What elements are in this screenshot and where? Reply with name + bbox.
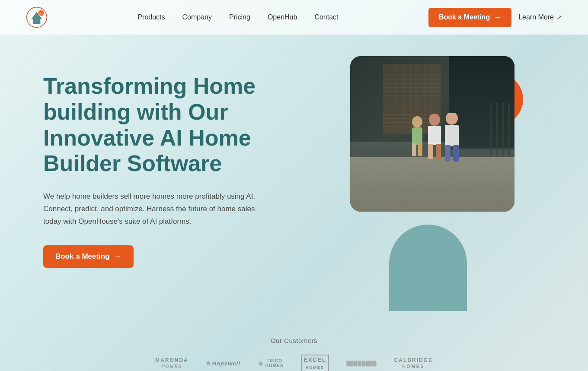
- svg-point-2: [38, 13, 42, 16]
- arrow-right-icon: →: [114, 252, 121, 261]
- svg-rect-13: [445, 145, 451, 162]
- logo[interactable]: [26, 6, 48, 28]
- svg-point-7: [429, 114, 440, 126]
- customer-logo-trico: TricoHomes: [258, 358, 284, 368]
- nav-item-products[interactable]: Products: [137, 13, 165, 21]
- svg-rect-12: [445, 125, 459, 146]
- customers-logos: MARONDAHomes Hopewell TricoHomes EXCELHO…: [0, 355, 588, 371]
- hero-title: Transforming Home building with Our Inno…: [43, 73, 294, 177]
- hero-section: Transforming Home building with Our Inno…: [0, 35, 588, 328]
- customers-section: Our Customers MARONDAHomes Hopewell Tric…: [0, 328, 588, 371]
- nav-book-meeting-button[interactable]: Book a Meeting →: [428, 8, 511, 27]
- customer-logo-unknown: ████████: [346, 361, 377, 366]
- svg-rect-8: [428, 126, 441, 145]
- svg-rect-9: [428, 144, 433, 159]
- customer-logo-maronda: MARONDAHomes: [155, 357, 189, 369]
- external-link-icon: ↗: [556, 13, 562, 22]
- svg-point-3: [412, 116, 422, 127]
- nav-item-contact[interactable]: Contact: [314, 13, 338, 21]
- svg-rect-5: [412, 143, 416, 156]
- hero-subtitle: We help home builders sell more homes mo…: [43, 190, 268, 228]
- svg-marker-15: [258, 361, 264, 366]
- svg-rect-4: [412, 127, 422, 145]
- svg-point-11: [446, 113, 458, 125]
- customer-logo-hopewell: Hopewell: [206, 360, 240, 367]
- hero-content: Transforming Home building with Our Inno…: [43, 60, 294, 268]
- nav-links: Products Company Pricing OpenHub Contact: [137, 13, 338, 21]
- hero-photo: [350, 56, 514, 212]
- svg-rect-10: [436, 144, 441, 159]
- nav-item-company[interactable]: Company: [182, 13, 212, 21]
- customer-logo-calbridge: CALBRIDGEHOMES: [394, 357, 433, 369]
- nav-item-openhub[interactable]: OpenHub: [268, 13, 297, 21]
- navbar: Products Company Pricing OpenHub Contact…: [0, 0, 588, 35]
- customer-logo-excel: EXCELHOMES: [301, 355, 329, 371]
- svg-rect-6: [418, 143, 422, 156]
- teal-arch-decoration: [389, 225, 467, 311]
- svg-rect-14: [453, 145, 459, 162]
- customers-section-title: Our Customers: [0, 337, 588, 344]
- nav-learn-more-button[interactable]: Learn More ↗: [518, 13, 562, 22]
- hero-visual: [285, 56, 588, 324]
- hero-book-meeting-button[interactable]: Book a Meeting →: [43, 245, 134, 268]
- nav-item-pricing[interactable]: Pricing: [229, 13, 250, 21]
- nav-actions: Book a Meeting → Learn More ↗: [428, 8, 562, 27]
- arrow-right-icon: →: [493, 13, 501, 22]
